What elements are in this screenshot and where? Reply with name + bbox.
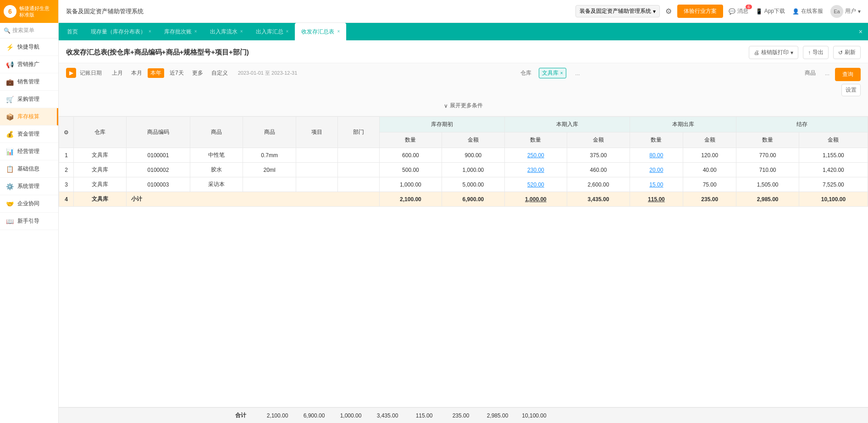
date-btn-this-year[interactable]: 本年 <box>148 68 164 78</box>
filter-body: 记账日期 上月 本月 本年 近7天 更多 自定义 2023-01-01 至 20… <box>80 68 831 78</box>
user-menu[interactable]: Ea 用户 ▾ <box>830 5 861 18</box>
sidebar-item-quick-nav[interactable]: ⚡ 快捷导航 <box>0 38 58 56</box>
col-out-qty-header: 数量 <box>630 132 683 148</box>
sidebar-item-basic-info[interactable]: 📋 基础信息 <box>0 160 58 178</box>
system-title: 装备及固定资产辅助管理系统 <box>66 7 570 16</box>
cell-out-qty[interactable]: 80.00 <box>630 148 683 163</box>
col-goods2-header: 商品 <box>243 117 296 148</box>
guide-icon: 📖 <box>6 218 14 225</box>
footer-in-qty: 1,000.00 <box>332 412 369 419</box>
export-button[interactable]: ↑ 导出 <box>803 46 829 59</box>
tab-close-inout-flow[interactable]: × <box>240 29 243 34</box>
tab-close-stock-dist[interactable]: × <box>149 29 151 34</box>
settings-button[interactable]: 设置 <box>841 84 861 96</box>
warehouse-ellipsis[interactable]: ... <box>574 70 582 77</box>
tab-close-batch[interactable]: × <box>194 29 197 34</box>
cell-no: 1 <box>59 148 74 163</box>
finance-icon: 💰 <box>6 131 14 138</box>
notification-badge: 6 <box>746 5 752 9</box>
cell-warehouse: 文具库 <box>74 177 127 192</box>
filter-row-date: 记账日期 上月 本月 本年 近7天 更多 自定义 2023-01-01 至 20… <box>80 68 831 78</box>
subtotal-bal-amt: 10,100.00 <box>799 192 868 207</box>
cell-code: 0100001 <box>126 148 190 163</box>
app-download-button[interactable]: 📱 App下载 <box>756 7 785 15</box>
tab-bar-close-button[interactable]: × <box>855 26 866 37</box>
cell-open-qty: 1,000.00 <box>379 177 442 192</box>
date-btn-this-month[interactable]: 本月 <box>128 68 145 78</box>
sidebar-item-enterprise[interactable]: 🤝 企业协同 <box>0 195 58 213</box>
date-btn-last-month[interactable]: 上月 <box>109 68 126 78</box>
sidebar-item-inventory[interactable]: 📦 库存核算 <box>0 108 58 126</box>
tab-close-recv-send[interactable]: × <box>337 29 340 34</box>
cell-goods1: 中性笔 <box>190 148 243 163</box>
table-footer: 合计 2,100.00 6,900.00 1,000.00 3,435.00 1… <box>59 407 868 423</box>
search-menu-item[interactable]: 🔍 搜索菜单 <box>0 23 58 38</box>
cell-out-qty[interactable]: 20.00 <box>630 163 683 177</box>
download-icon: 📱 <box>756 8 763 15</box>
date-btn-custom[interactable]: 自定义 <box>209 68 231 78</box>
cell-code: 0100002 <box>126 163 190 177</box>
cell-warehouse: 文具库 <box>74 148 127 163</box>
sidebar-item-purchase[interactable]: 🛒 采购管理 <box>0 91 58 108</box>
goods-ellipsis[interactable]: ... <box>823 70 831 77</box>
cell-in-qty[interactable]: 250.00 <box>504 148 567 163</box>
tab-close-inout-summary[interactable]: × <box>286 29 289 34</box>
cell-out-qty[interactable]: 15.00 <box>630 177 683 192</box>
col-goods1-header: 商品 <box>190 117 243 148</box>
tab-recv-send[interactable]: 收发存汇总表 × <box>295 23 346 40</box>
tab-home[interactable]: 首页 <box>61 23 84 40</box>
cell-in-amt: 2,600.00 <box>567 177 630 192</box>
cell-in-qty[interactable]: 230.00 <box>504 163 567 177</box>
date-btn-7days[interactable]: 近7天 <box>167 68 187 78</box>
table-row: 3 文具库 0100003 采访本 1,000.00 5,000.00 520.… <box>59 177 868 192</box>
print-button[interactable]: 🖨 核销版打印 ▾ <box>749 46 798 59</box>
sidebar-item-sales[interactable]: 💼 销售管理 <box>0 73 58 91</box>
col-in-amt-header: 金额 <box>567 132 630 148</box>
chevron-down-icon: ▾ <box>653 8 656 15</box>
tab-inout-flow[interactable]: 出入库流水 × <box>204 23 249 40</box>
refresh-icon: ↺ <box>838 49 843 56</box>
cell-open-amt: 1,000.00 <box>442 163 505 177</box>
subtotal-out-amt: 235.00 <box>683 192 736 207</box>
settings-icon[interactable]: ⚙ <box>665 7 672 16</box>
subtotal-warehouse: 文具库 <box>74 192 127 207</box>
sidebar-item-finance[interactable]: 💰 资金管理 <box>0 126 58 143</box>
col-settings-header[interactable]: ⚙ <box>59 117 74 148</box>
date-btn-more[interactable]: 更多 <box>189 68 206 78</box>
cell-in-qty[interactable]: 520.00 <box>504 177 567 192</box>
sidebar-item-guide[interactable]: 📖 新手引导 <box>0 213 58 230</box>
sidebar-item-system[interactable]: ⚙️ 系统管理 <box>0 178 58 195</box>
subtotal-in-qty[interactable]: 1,000.00 <box>504 192 567 207</box>
tab-batch[interactable]: 库存批次账 × <box>158 23 204 40</box>
tab-stock-dist[interactable]: 现存量（库存分布表） × <box>84 23 158 40</box>
cell-in-amt: 375.00 <box>567 148 630 163</box>
marketing-icon: 📢 <box>6 61 14 68</box>
sidebar-item-operation[interactable]: 📊 经营管理 <box>0 143 58 160</box>
col-project-header: 项目 <box>296 117 338 148</box>
system-select[interactable]: 装备及固定资产辅助管理系统 ▾ <box>575 5 660 17</box>
expand-more-button[interactable]: ∨ 展开更多条件 <box>66 100 861 111</box>
filter-collapse-button[interactable]: ▶ <box>66 68 76 78</box>
refresh-button[interactable]: ↺ 刷新 <box>833 46 861 59</box>
col-warehouse-header: 仓库 <box>74 117 127 148</box>
top-header: 装备及固定资产辅助管理系统 装备及固定资产辅助管理系统 ▾ ⚙ 体验行业方案 💬… <box>59 0 868 23</box>
print-chevron-icon: ▾ <box>791 49 793 56</box>
filter-area: ▶ 记账日期 上月 本月 本年 近7天 更多 自定义 <box>59 63 868 116</box>
cell-open-amt: 5,000.00 <box>442 177 505 192</box>
cell-open-qty: 500.00 <box>379 163 442 177</box>
notification-button[interactable]: 💬 消息 6 <box>729 7 748 15</box>
tab-inout-summary[interactable]: 出入库汇总 × <box>249 23 295 40</box>
filter-main: ▶ 记账日期 上月 本月 本年 近7天 更多 自定义 <box>66 68 861 96</box>
cell-out-amt: 40.00 <box>683 163 736 177</box>
cell-dept <box>337 163 379 177</box>
online-service-button[interactable]: 👤 在线客服 <box>792 7 823 15</box>
try-button[interactable]: 体验行业方案 <box>677 5 723 18</box>
sidebar-item-marketing[interactable]: 📢 营销推广 <box>0 56 58 73</box>
page-header-actions: 🖨 核销版打印 ▾ ↑ 导出 ↺ 刷新 <box>749 46 861 59</box>
goods-label: 商品 <box>805 69 816 77</box>
query-button[interactable]: 查询 <box>835 68 861 81</box>
warehouse-tag-close[interactable]: × <box>560 71 563 76</box>
subtotal-out-qty[interactable]: 115.00 <box>630 192 683 207</box>
avatar: Ea <box>830 5 843 18</box>
col-open-qty-header: 数量 <box>379 132 442 148</box>
